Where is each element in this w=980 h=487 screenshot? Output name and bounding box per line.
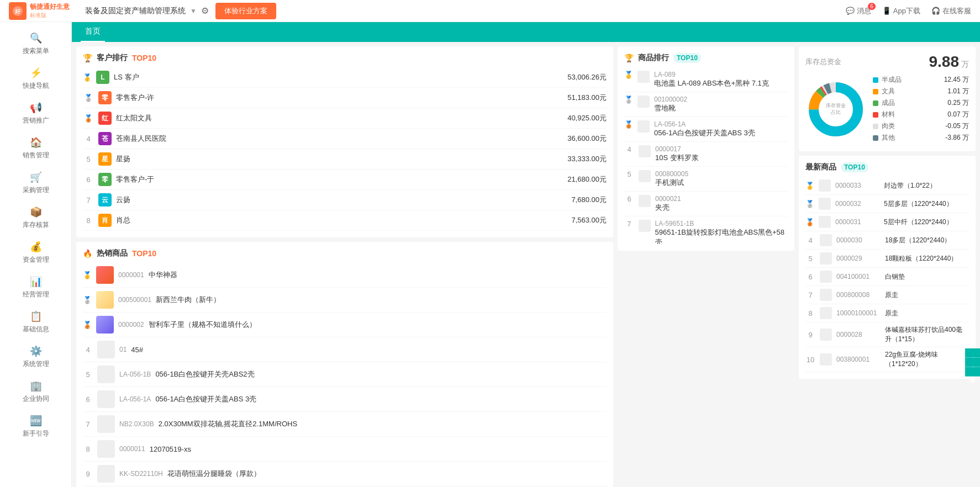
main-layout: 🔍 搜索菜单 ⚡ 快捷导航 📢 营销推广 🏠 销售管理 🛒 采购管理 📦 库存核… <box>0 0 980 487</box>
product-rank-info: 0000017 10S 变料罗浆 <box>655 145 699 163</box>
online-service-button[interactable]: 🎧 在线客服 <box>931 6 971 16</box>
community-button[interactable]: 服务社区 <box>965 358 980 367</box>
list-item: 🥈 000500001 新西兰牛肉（新牛） <box>83 288 607 313</box>
list-item: 🥇 0000001 中华神器 <box>83 263 607 288</box>
sidebar-item-basic[interactable]: 📋 基础信息 <box>0 305 71 340</box>
product-thumb <box>639 220 651 232</box>
list-item: 4 0000030 18多层（1220*2440） <box>805 231 969 250</box>
new-products-title: 最新商品 TOP10 <box>805 162 969 172</box>
trial-button[interactable]: 体验行业方案 <box>215 3 276 19</box>
purchase-icon: 🛒 <box>30 171 42 183</box>
medal-icon: 🥈 <box>805 200 814 208</box>
list-item: 8 10000100001 原圭 <box>805 304 969 322</box>
float-buttons: 客服热线 服务社区 直播 <box>965 348 980 377</box>
customer-service-button[interactable]: 客服热线 <box>965 348 980 358</box>
sidebar-item-operations[interactable]: 📊 经营管理 <box>0 270 71 305</box>
sidebar-item-inventory[interactable]: 📦 库存核算 <box>0 200 71 235</box>
left-column: 🏆 客户排行 TOP10 🥇 L LS 客户 53,006.26元 🥈 零 <box>76 46 613 487</box>
tab-home[interactable]: 首页 <box>81 22 105 42</box>
medal-icon: 🥉 <box>83 114 94 123</box>
sidebar-shortcuts-label: 快捷导航 <box>23 81 49 91</box>
product-thumb <box>639 195 651 207</box>
list-item: 7 000800008 原圭 <box>805 286 969 304</box>
list-item: 4 0000017 10S 变料罗浆 <box>624 142 788 167</box>
list-item: 7 NB2.0X30B 2.0X30MM双排花轴,摇花直径2.1MM/ROHS <box>83 412 607 437</box>
np-thumb <box>820 289 832 301</box>
medal-icon: 🥈 <box>624 96 633 104</box>
list-item: 7 LA-59651-1B 59651-1B旋转投影灯电池盒ABS黑色+58壳 <box>624 216 788 244</box>
sidebar-item-company[interactable]: 🏢 企业协同 <box>0 374 71 409</box>
sidebar-guide-label: 新手引导 <box>23 429 49 438</box>
list-item: 5 0000029 18颗粒板（1220*2440） <box>805 250 969 268</box>
product-image <box>97 440 115 458</box>
np-thumb <box>820 271 832 283</box>
sidebar-item-shortcuts[interactable]: ⚡ 快捷导航 <box>0 61 71 96</box>
app-download-button[interactable]: 📱 App下载 <box>882 6 920 16</box>
table-row: 🥈 零 零售客户-许 51,183.00元 <box>83 88 607 108</box>
inventory-card: 库存总资金 9.88 万 <box>799 46 976 151</box>
legend-item: 文具 1.01 万 <box>873 87 969 96</box>
table-row: 4 苍 苍南县人民医院 36,600.00元 <box>83 129 607 149</box>
product-image <box>97 366 115 383</box>
medal-icon: 🥉 <box>805 218 814 226</box>
message-button[interactable]: 💬 消息 6 <box>846 6 871 16</box>
product-thumb <box>637 96 650 108</box>
product-rank-info: 0000021 夹壳 <box>655 195 681 213</box>
list-item: 🥇 0000033 封边带（1.0*22） <box>805 177 969 195</box>
legend-dot <box>873 112 878 118</box>
sidebar-company-label: 企业协同 <box>23 394 49 404</box>
legend-item: 其他 -3.86 万 <box>873 133 969 142</box>
sidebar-finance-label: 资金管理 <box>23 255 49 264</box>
inventory-unit: 万 <box>961 60 969 70</box>
app-label: App下载 <box>893 6 920 16</box>
trophy2-icon: 🏆 <box>624 54 634 62</box>
donut-chart: 库存资金 占比 <box>805 79 866 141</box>
list-item: 6 0000021 夹壳 <box>624 192 788 216</box>
inventory-icon: 📦 <box>30 206 42 218</box>
list-item: 🥉 0000031 5层中纤（1220*2440） <box>805 213 969 231</box>
sidebar-marketing-label: 营销推广 <box>23 116 49 125</box>
sidebar-item-system[interactable]: ⚙️ 系统管理 <box>0 340 71 374</box>
customer-badge: 肖 <box>98 214 112 227</box>
system-name: 装备及固定资产辅助管理系统 <box>85 6 186 16</box>
company-icon: 🏢 <box>30 380 42 392</box>
product-image <box>97 390 115 408</box>
list-item: 5 LA-056-1B 056-1B白色按键开关壳ABS2壳 <box>83 362 607 387</box>
legend-item: 肉类 -0.05 万 <box>873 121 969 131</box>
inventory-amount-area: 9.88 万 <box>929 53 970 71</box>
logo-icon: 好 <box>9 2 27 20</box>
sidebar-item-purchase[interactable]: 🛒 采购管理 <box>0 166 71 200</box>
logo-text-area: 畅捷通好生意 标准版 <box>30 2 70 19</box>
dropdown-arrow-icon[interactable]: ▼ <box>190 7 197 15</box>
sidebar-item-sales[interactable]: 🏠 销售管理 <box>0 131 71 166</box>
guide-icon: 🆕 <box>30 415 42 427</box>
live-button[interactable]: 直播 <box>965 367 980 377</box>
list-item: 🥈 0000032 5层多层（1220*2440） <box>805 195 969 213</box>
product-image <box>97 465 115 483</box>
hot-products-title: 🔥 热销商品 TOP10 <box>83 248 607 258</box>
hot-products-section: 🔥 热销商品 TOP10 🥇 0000001 中华神器 🥈 000500001 <box>76 242 613 487</box>
message-icon: 💬 <box>846 7 855 15</box>
legend-item: 半成品 12.45 万 <box>873 75 969 84</box>
search-icon: 🔍 <box>30 32 42 44</box>
content-grid: 🏆 客户排行 TOP10 🥇 L LS 客户 53,006.26元 🥈 零 <box>72 42 980 487</box>
sidebar-item-guide[interactable]: 🆕 新手引导 <box>0 409 71 444</box>
sidebar-item-marketing[interactable]: 📢 营销推广 <box>0 96 71 131</box>
sidebar-search-label: 搜索菜单 <box>23 46 49 56</box>
sidebar-item-finance[interactable]: 💰 资金管理 <box>0 235 71 270</box>
product-image <box>97 415 115 433</box>
sidebar-item-search[interactable]: 🔍 搜索菜单 <box>0 27 71 61</box>
product-image <box>96 291 114 309</box>
np-thumb <box>819 179 831 192</box>
table-row: 5 星 星扬 33,333.00元 <box>83 149 607 170</box>
middle-column: 🏆 商品排行 TOP10 🥇 LA-089 电池盖 LA-089 ABS本色+黑… <box>618 46 794 487</box>
settings-icon[interactable]: ⚙ <box>201 6 209 16</box>
product-thumb <box>639 170 651 182</box>
list-item: 🥉 LA-056-1A 056-1A白色按键开关盖ABS 3壳 <box>624 117 788 142</box>
donut-svg: 库存资金 占比 <box>805 79 866 140</box>
product-thumb <box>637 71 650 83</box>
page-header: 首页 <box>72 22 980 42</box>
system-selector[interactable]: 装备及固定资产辅助管理系统 ▼ <box>85 6 197 16</box>
list-item: 8 0000011 12070519-xs <box>83 437 607 462</box>
np-thumb <box>820 329 832 341</box>
